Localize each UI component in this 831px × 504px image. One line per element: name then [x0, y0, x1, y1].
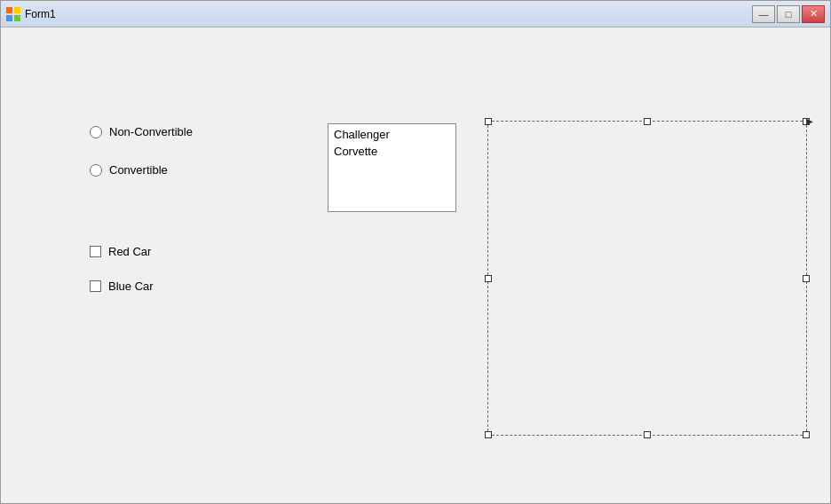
title-bar: Form1 — □ ✕: [1, 1, 830, 28]
radio-label-non-convertible: Non-Convertible: [109, 125, 193, 138]
design-panel: ▶: [487, 121, 807, 436]
handle-middle-right[interactable]: [803, 275, 810, 282]
radio-circle-non-convertible[interactable]: [90, 126, 102, 138]
handle-middle-left[interactable]: [485, 275, 492, 282]
minimize-button[interactable]: —: [752, 5, 775, 23]
expand-arrow[interactable]: ▶: [804, 114, 815, 127]
close-button[interactable]: ✕: [802, 5, 825, 23]
window-title: Form1: [25, 8, 56, 20]
radio-circle-convertible[interactable]: [90, 164, 102, 177]
svg-rect-0: [6, 7, 12, 13]
checkbox-box-blue-car[interactable]: [90, 280, 101, 292]
main-window: Form1 — □ ✕ Non-Convertible Convertible …: [0, 0, 831, 504]
window-body: Non-Convertible Convertible Red Car Blue…: [1, 28, 830, 503]
checkbox-group: Red Car Blue Car: [90, 245, 154, 293]
radio-label-convertible: Convertible: [109, 163, 168, 177]
app-icon: [6, 7, 20, 21]
checkbox-item-blue-car[interactable]: Blue Car: [90, 280, 154, 293]
handle-top-left[interactable]: [485, 118, 492, 125]
listbox[interactable]: Challenger Corvette: [328, 123, 456, 212]
handle-bottom-middle[interactable]: [644, 431, 651, 438]
svg-rect-3: [14, 15, 20, 21]
maximize-button[interactable]: □: [777, 5, 800, 23]
checkbox-item-red-car[interactable]: Red Car: [90, 245, 154, 258]
handle-bottom-right[interactable]: [803, 431, 810, 438]
checkbox-box-red-car[interactable]: [90, 246, 101, 257]
title-bar-left: Form1: [6, 7, 56, 21]
checkbox-label-red-car: Red Car: [108, 245, 151, 258]
svg-rect-1: [14, 7, 20, 13]
listbox-item-challenger[interactable]: Challenger: [328, 126, 455, 143]
handle-top-middle[interactable]: [644, 118, 651, 125]
radio-group: Non-Convertible Convertible: [90, 125, 193, 177]
radio-item-convertible[interactable]: Convertible: [90, 163, 193, 177]
checkbox-label-blue-car: Blue Car: [108, 280, 154, 293]
handle-bottom-left[interactable]: [485, 431, 492, 438]
title-bar-buttons: — □ ✕: [752, 5, 825, 23]
radio-item-non-convertible[interactable]: Non-Convertible: [90, 125, 193, 138]
listbox-item-corvette[interactable]: Corvette: [328, 143, 455, 160]
svg-rect-2: [6, 15, 12, 21]
